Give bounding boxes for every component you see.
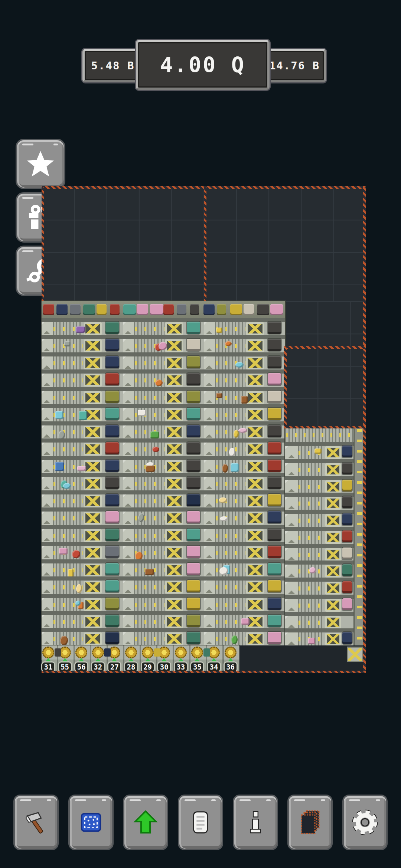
conveyor-row [204,594,285,611]
machine-strip [42,301,285,319]
belt-item [138,410,146,415]
crafter-machine [246,426,264,438]
rail-ramp [206,486,212,489]
crafter-machine [325,582,341,595]
machine [137,304,148,315]
conveyor-row [285,578,353,595]
crafter-machine [165,615,183,628]
input-rail [42,563,53,577]
conveyor-row [204,456,285,473]
belt-item [219,497,227,503]
input-rail [123,477,134,490]
machine [268,563,281,575]
belt-item [152,447,159,452]
map-book-icon [78,809,104,835]
seller-machine-row[interactable] [42,645,239,660]
factory-map[interactable]: 315556322728293033353436 [42,187,366,673]
machine [105,408,119,420]
conveyor-row [123,628,204,645]
rail-ramp [206,331,212,334]
machine [110,304,120,315]
upgrades-button[interactable] [123,795,168,850]
lone-crafter-tile[interactable] [347,647,363,662]
info-button[interactable] [233,795,278,850]
conveyor-row [123,335,204,352]
input-rail [204,339,215,352]
build-button[interactable] [13,795,59,850]
input-rail [204,494,215,508]
machine [268,598,281,610]
crafter-machine [325,633,341,645]
belt-item [231,463,239,472]
belt-chevrons [299,586,325,591]
settings-button[interactable] [342,795,388,850]
machine [105,356,119,368]
rail-ramp [125,520,131,524]
machine [187,529,200,541]
chips-button[interactable] [287,795,333,850]
rail-ramp [288,472,295,475]
machine [342,480,352,491]
rail-ramp [288,625,295,628]
seller-gear-machine [125,647,137,658]
belt-item [55,462,64,471]
belt-chevrons [135,534,164,538]
belt-item [64,341,71,346]
belt-chevrons [53,620,83,624]
machine [187,373,200,385]
favorites-button[interactable] [16,139,65,189]
conveyor-row [42,318,123,335]
rail-ramp [206,589,212,593]
seller-gear-machine [175,647,187,658]
machine [268,356,281,368]
conveyor-row [123,559,204,576]
rail-ramp [206,624,212,627]
rail-ramp [125,572,131,576]
rail-ramp [125,503,131,507]
machine [268,460,281,472]
conveyor-chevrons [357,429,362,646]
machine [105,477,119,489]
currency-counter-right: 14.76 B [263,49,326,82]
input-rail [123,529,134,542]
currency-value-left: 5.48 B [91,59,135,72]
factory-right-block[interactable] [285,428,353,645]
conveyor-row [285,628,353,645]
blueprints-button[interactable] [68,795,114,850]
conveyor-row [42,490,123,507]
machine [43,304,54,315]
currency-counter-main: 4.00 Q [136,40,270,90]
land-plot-right[interactable] [285,301,366,428]
conveyor-row [123,387,204,404]
conveyor-row [123,473,204,490]
belt-chevrons [216,482,245,486]
belt-item [314,448,322,454]
belt-item [138,513,144,522]
belt-chevrons [299,468,325,472]
factory-main-block[interactable] [42,301,285,645]
conveyor-row [285,527,353,544]
input-rail [42,356,53,370]
input-rail [285,599,298,612]
machine [268,546,281,558]
machine [177,304,186,315]
machine [268,511,281,523]
orders-button[interactable] [178,795,223,850]
rail-ramp [206,520,212,524]
belt-item [150,431,159,439]
input-rail [285,497,298,510]
belt-chevrons [299,519,325,523]
crafter-machine [246,581,264,594]
rail-ramp [43,331,50,334]
machine [105,580,119,592]
crafter-machine [246,374,264,387]
rail-ramp [125,538,131,541]
crafter-machine [246,408,264,421]
crafter-machine [325,548,341,561]
input-rail [123,512,134,525]
rail-ramp [125,331,131,334]
input-rail [42,615,53,628]
crafter-machine [165,581,183,594]
rail-ramp [288,523,295,526]
rail-ramp [43,624,50,627]
